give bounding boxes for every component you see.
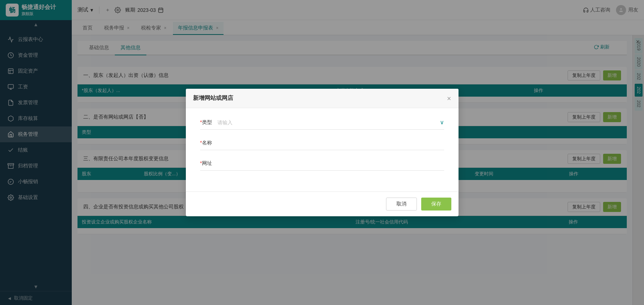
modal-close-button[interactable]: × [447,95,451,102]
modal-footer: 取消 保存 [186,191,459,216]
save-button[interactable]: 保存 [421,198,451,211]
url-label-text: 网址 [202,160,212,166]
type-label-text: 类型 [202,119,212,125]
form-label-url: *网址 [200,160,215,167]
modal-add-website: 新增网站或网店 × *类型 ∨ *名称 [186,89,459,216]
type-input[interactable] [217,120,440,125]
form-label-name: *名称 [200,140,215,146]
modal-header: 新增网站或网店 × [186,89,459,108]
name-input[interactable] [217,140,444,146]
form-field-type: *类型 ∨ [200,119,444,130]
modal-overlay[interactable]: 新增网站或网店 × *类型 ∨ *名称 [0,0,644,305]
url-input[interactable] [217,161,444,166]
type-select-wrapper[interactable]: ∨ [217,119,444,126]
name-label-text: 名称 [202,140,212,145]
type-chevron-icon: ∨ [440,119,444,126]
form-field-name: *名称 [200,140,444,150]
cancel-button[interactable]: 取消 [386,198,417,211]
modal-title: 新增网站或网店 [193,94,233,102]
modal-body: *类型 ∨ *名称 *网址 [186,108,459,191]
form-label-type: *类型 [200,119,215,126]
form-field-url: *网址 [200,160,444,171]
